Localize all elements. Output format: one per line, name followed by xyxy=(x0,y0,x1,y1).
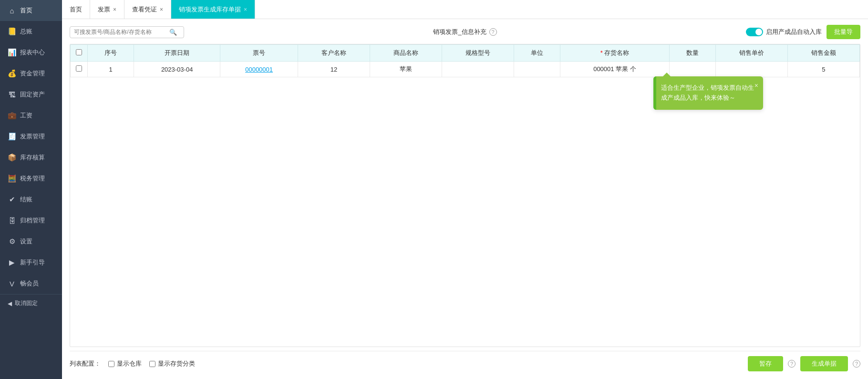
tooltip-text: 适合生产型企业，销项发票自动生成产成品入库，快来体验～ xyxy=(661,84,754,101)
search-box[interactable]: 🔍 xyxy=(70,26,184,38)
sidebar-item-home[interactable]: ⌂ 首页 xyxy=(0,0,62,21)
toolbar-right: 启用产成品自动入库 批量导 xyxy=(746,25,860,39)
table-header-row: 序号 开票日期 票号 客户名称 商品名称 规格型号 单位 存货名称 数量 销售单… xyxy=(71,45,860,62)
th-unit: 单位 xyxy=(514,45,560,62)
tooltip-popup: × 适合生产型企业，销项发票自动生成产成品入库，快来体验～ xyxy=(653,76,763,110)
tab-invoice-close[interactable]: × xyxy=(113,6,116,13)
wages-icon: 💼 xyxy=(8,111,16,120)
th-amount: 销售金额 xyxy=(787,45,859,62)
td-seq: 1 xyxy=(88,62,134,77)
save-button[interactable]: 暂存 xyxy=(748,356,783,371)
th-unit-price: 销售单价 xyxy=(716,45,788,62)
td-inventory: 000001 苹果 个 xyxy=(560,62,670,77)
sidebar-item-inventory[interactable]: 📦 库存核算 xyxy=(0,147,62,168)
td-unit-price xyxy=(716,62,788,77)
tab-cancel-invoice-close[interactable]: × xyxy=(244,6,247,13)
sidebar-item-funds[interactable]: 💰 资金管理 xyxy=(0,63,62,84)
tab-home[interactable]: 首页 xyxy=(62,0,90,19)
sidebar-item-vip[interactable]: V 畅会员 xyxy=(0,273,62,294)
generate-button[interactable]: 生成单据 xyxy=(800,356,848,371)
bottom-right: 暂存 ? 生成单据 ? xyxy=(748,356,860,371)
invoice-mgmt-icon: 🧾 xyxy=(8,132,16,141)
th-checkbox xyxy=(71,45,88,62)
sidebar-item-guide[interactable]: ▶ 新手引导 xyxy=(0,252,62,273)
tooltip-close-button[interactable]: × xyxy=(754,80,758,91)
td-spec xyxy=(442,62,514,77)
show-warehouse-checkbox[interactable] xyxy=(108,361,114,367)
sidebar-item-wages[interactable]: 💼 工资 xyxy=(0,105,62,126)
tooltip-bar xyxy=(653,76,656,110)
toolbar-left: 🔍 xyxy=(70,26,184,38)
toolbar: 🔍 销项发票_信息补充 ? 启用产成品自动入库 批量导 xyxy=(70,25,860,39)
vip-icon: V xyxy=(8,280,16,288)
sidebar-item-archive[interactable]: 🗄 归档管理 xyxy=(0,210,62,231)
funds-icon: 💰 xyxy=(8,69,16,78)
th-customer: 客户名称 xyxy=(298,45,370,62)
show-inventory-category-checkbox[interactable] xyxy=(149,361,155,367)
main-table: 序号 开票日期 票号 客户名称 商品名称 规格型号 单位 存货名称 数量 销售单… xyxy=(70,44,860,77)
td-quantity xyxy=(669,62,715,77)
sidebar-item-invoice-mgmt[interactable]: 🧾 发票管理 xyxy=(0,126,62,147)
auto-warehouse-toggle[interactable] xyxy=(746,28,763,36)
cancel-fixed-icon: ◀ xyxy=(8,300,12,307)
td-date: 2023-03-04 xyxy=(134,62,220,77)
ledger-icon: 📒 xyxy=(8,27,16,36)
bottom-left: 列表配置： 显示仓库 显示存货分类 xyxy=(70,359,195,368)
sidebar-item-fixed-assets[interactable]: 🏗 固定资产 xyxy=(0,84,62,105)
sidebar: ⌂ 首页 📒 总账 📊 报表中心 💰 资金管理 🏗 固定资产 💼 工资 🧾 发票… xyxy=(0,0,62,379)
tab-view-voucher[interactable]: 查看凭证 × xyxy=(124,0,171,19)
settlement-icon: ✔ xyxy=(8,195,16,204)
sidebar-item-reports[interactable]: 📊 报表中心 xyxy=(0,42,62,63)
show-warehouse-label[interactable]: 显示仓库 xyxy=(108,359,142,368)
content-area: 🔍 销项发票_信息补充 ? 启用产成品自动入库 批量导 xyxy=(62,19,868,379)
search-icon: 🔍 xyxy=(169,29,177,36)
td-checkbox xyxy=(71,62,88,77)
tab-view-voucher-close[interactable]: × xyxy=(160,6,163,13)
toggle-label: 启用产成品自动入库 xyxy=(766,28,822,36)
th-spec: 规格型号 xyxy=(442,45,514,62)
generate-help-icon[interactable]: ? xyxy=(853,360,860,368)
main-area: 首页 发票 × 查看凭证 × 销项发票生成库存单据 × 🔍 销项发票_信息补充 xyxy=(62,0,868,379)
sidebar-item-ledger[interactable]: 📒 总账 xyxy=(0,21,62,42)
reports-icon: 📊 xyxy=(8,48,16,57)
list-config-label: 列表配置： xyxy=(70,359,101,368)
sidebar-item-settlement[interactable]: ✔ 结账 xyxy=(0,189,62,210)
batch-btn[interactable]: 批量导 xyxy=(827,25,860,39)
settings-icon: ⚙ xyxy=(8,237,16,246)
td-unit xyxy=(514,62,560,77)
center-label: 销项发票_信息补充 xyxy=(433,28,486,36)
toggle-wrap: 启用产成品自动入库 xyxy=(746,28,822,36)
th-date: 开票日期 xyxy=(134,45,220,62)
cancel-fixed-button[interactable]: ◀ 取消固定 xyxy=(0,294,62,312)
tab-invoice[interactable]: 发票 × xyxy=(90,0,124,19)
td-amount: 5 xyxy=(787,62,859,77)
fixed-assets-icon: 🏗 xyxy=(8,91,16,99)
guide-icon: ▶ xyxy=(8,258,16,267)
archive-icon: 🗄 xyxy=(8,217,16,225)
th-ticket-no: 票号 xyxy=(220,45,298,62)
save-help-icon[interactable]: ? xyxy=(788,360,796,368)
table-row: 1 2023-03-04 00000001 12 苹果 000001 苹果 个 … xyxy=(71,62,860,77)
toolbar-center: 销项发票_信息补充 ? xyxy=(433,28,496,36)
sidebar-item-tax[interactable]: 🧮 税务管理 xyxy=(0,168,62,189)
th-inventory: 存货名称 xyxy=(560,45,670,62)
td-ticket-no[interactable]: 00000001 xyxy=(220,62,298,77)
th-product: 商品名称 xyxy=(370,45,442,62)
th-quantity: 数量 xyxy=(669,45,715,62)
td-customer: 12 xyxy=(298,62,370,77)
row-checkbox[interactable] xyxy=(76,65,82,72)
inventory-icon: 📦 xyxy=(8,153,16,162)
th-seq: 序号 xyxy=(88,45,134,62)
show-inventory-category-label[interactable]: 显示存货分类 xyxy=(149,359,195,368)
tax-icon: 🧮 xyxy=(8,174,16,183)
tab-cancel-invoice[interactable]: 销项发票生成库存单据 × xyxy=(171,0,255,19)
select-all-checkbox[interactable] xyxy=(76,49,82,55)
tab-bar: 首页 发票 × 查看凭证 × 销项发票生成库存单据 × xyxy=(62,0,868,19)
home-icon: ⌂ xyxy=(8,7,16,15)
search-input[interactable] xyxy=(74,29,169,35)
sidebar-item-settings[interactable]: ⚙ 设置 xyxy=(0,231,62,252)
center-help-icon[interactable]: ? xyxy=(489,28,497,36)
td-product: 苹果 xyxy=(370,62,442,77)
bottom-bar: 列表配置： 显示仓库 显示存货分类 暂存 ? 生成单据 ? xyxy=(70,351,860,373)
